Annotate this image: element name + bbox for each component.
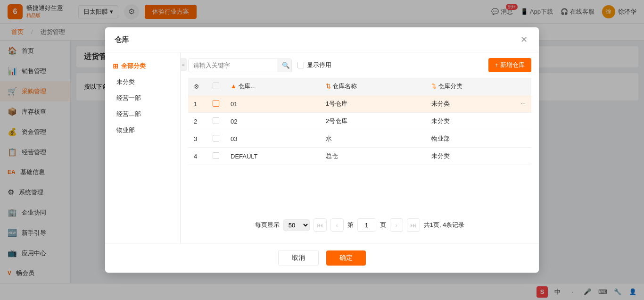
row-num: 2 [188,113,207,130]
table-row[interactable]: 4 DEFAULT 总仓 未分类 [188,148,531,165]
row-category: 未分类··· [426,95,531,113]
page-label: 第 [347,221,354,229]
category-collapse-button[interactable]: « [180,58,187,71]
row-code: 01 [225,95,320,113]
row-num: 3 [188,130,207,148]
row-code: 03 [225,130,320,148]
row-category: 物业部 [426,130,531,148]
dialog-footer: 取消 确定 [105,243,539,273]
table-row[interactable]: 3 03 水 物业部 [188,130,531,148]
page-number-input[interactable] [357,218,376,232]
dialog-header: 仓库 ✕ [105,27,539,52]
search-box: 🔍 [188,58,292,72]
page-suffix: 页 [380,221,386,229]
table-row[interactable]: 2 02 2号仓库 未分类 [188,113,531,130]
sort-icon-name: ⇅ [326,83,331,90]
row-name: 2号仓库 [320,113,426,130]
table-header-row: ⚙ ▲ 仓库... ⇅ 仓库名称 ⇅ [188,78,531,95]
per-page-label: 每页显示 [255,221,280,229]
table-panel: 🔍 显示停用 + 新增仓库 ⚙ ▲ [181,52,539,243]
category-label-3: 物业部 [116,126,135,133]
table-toolbar: 🔍 显示停用 + 新增仓库 [188,58,531,72]
total-info: 共1页, 4条记录 [424,221,465,229]
last-page-button[interactable]: ⏭ [407,218,420,232]
search-input[interactable] [189,59,277,72]
row-code: 02 [225,113,320,130]
row-name: 总仓 [320,148,426,165]
category-label-1: 经营一部 [116,94,141,101]
next-page-button[interactable]: › [390,218,403,232]
confirm-button[interactable]: 确定 [326,250,366,266]
show-disabled-text: 显示停用 [307,61,331,69]
category-item-unclassified[interactable]: 未分类 [105,74,180,90]
sort-icon-category: ⇅ [431,83,437,90]
first-page-button[interactable]: ⏮ [314,218,327,232]
warehouse-dialog: 仓库 ✕ « ⊞ 全部分类 未分类 经营一部 经营二部 物业部 [105,27,539,273]
col-code: ▲ 仓库... [225,78,320,95]
add-warehouse-button[interactable]: + 新增仓库 [488,58,531,72]
row-checkbox[interactable] [207,130,225,148]
warehouse-table: ⚙ ▲ 仓库... ⇅ 仓库名称 ⇅ [188,78,531,165]
table-row[interactable]: 1 01 1号仓库 未分类··· [188,95,531,113]
per-page-select[interactable]: 50 100 200 [283,219,310,231]
row-checkbox[interactable] [207,95,225,113]
row-category: 未分类 [426,148,531,165]
category-all-label: 全部分类 [121,62,146,70]
dialog-body: « ⊞ 全部分类 未分类 经营一部 经营二部 物业部 🔍 [105,52,539,243]
row-name: 水 [320,130,426,148]
category-item-property[interactable]: 物业部 [105,122,180,138]
col-category: ⇅ 仓库分类 [426,78,531,95]
category-item-ops1[interactable]: 经营一部 [105,90,180,106]
row-category: 未分类 [426,113,531,130]
grid-icon: ⊞ [113,62,118,70]
row-num: 4 [188,148,207,165]
dialog-close-button[interactable]: ✕ [518,34,529,45]
category-item-ops2[interactable]: 经营二部 [105,106,180,122]
col-settings: ⚙ [188,78,207,95]
row-num: 1 [188,95,207,113]
sort-icon: ▲ [231,83,237,90]
row-checkbox[interactable] [207,148,225,165]
pagination: 每页显示 50 100 200 ⏮ ‹ 第 页 › ⏭ 共1页, 4条记录 [188,213,531,237]
category-all-item[interactable]: ⊞ 全部分类 [105,58,180,74]
dialog-title: 仓库 [115,35,129,44]
show-disabled-checkbox[interactable] [297,62,304,68]
cancel-button[interactable]: 取消 [278,250,319,266]
row-action-dots[interactable]: ··· [520,100,526,107]
prev-page-button[interactable]: ‹ [330,218,344,232]
category-panel: « ⊞ 全部分类 未分类 经营一部 经营二部 物业部 [105,52,181,243]
row-checkbox[interactable] [207,113,225,130]
col-checkbox [207,78,225,95]
search-button[interactable]: 🔍 [277,59,292,72]
row-name: 1号仓库 [320,95,426,113]
category-label-0: 未分类 [116,78,135,85]
category-label-2: 经营二部 [116,110,141,117]
show-disabled-label[interactable]: 显示停用 [297,61,331,69]
header-checkbox[interactable] [213,83,219,89]
row-code: DEFAULT [225,148,320,165]
col-name: ⇅ 仓库名称 [320,78,426,95]
